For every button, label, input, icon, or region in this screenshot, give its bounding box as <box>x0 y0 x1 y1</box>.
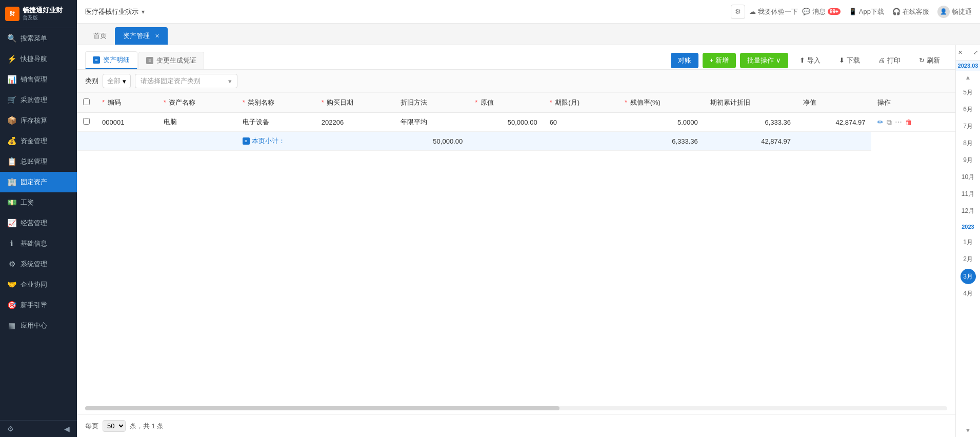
right-panel-months: 5月 6月 7月 8月 9月 10月 11月 12月 2023 1月 2月 3月… <box>956 84 980 424</box>
download-icon: ⬇ <box>839 56 845 64</box>
month-12[interactable]: 12月 <box>956 203 980 220</box>
company-dropdown-button[interactable]: ▾ <box>142 8 145 15</box>
copy-icon[interactable]: ⧉ <box>887 118 892 127</box>
row-net-value: 42,874.97 <box>797 113 871 132</box>
logo-icon: 财 <box>5 7 19 21</box>
header-code: * 编码 <box>96 93 157 113</box>
sidebar-item-basic-info[interactable]: ℹ 基础信息 <box>0 233 77 254</box>
sidebar-item-label: 总账管理 <box>21 157 47 166</box>
sidebar-item-sales[interactable]: 📊 销售管理 <box>0 69 77 90</box>
sub-tab-asset-detail[interactable]: ≡ 资产明细 <box>85 51 137 69</box>
tab-home[interactable]: 首页 <box>85 27 115 45</box>
tab-asset-label: 资产管理 <box>123 32 150 39</box>
gear-button[interactable]: ⚙ <box>731 5 745 19</box>
sidebar-item-system[interactable]: ⚙ 系统管理 <box>0 254 77 274</box>
month-6[interactable]: 6月 <box>956 101 980 118</box>
filter-category-label: 类别 <box>85 76 98 86</box>
per-page-select[interactable]: 50 <box>103 420 126 432</box>
filter-category-select[interactable]: 全部 ▾ <box>103 74 131 88</box>
month-7[interactable]: 7月 <box>956 118 980 135</box>
month-2[interactable]: 2月 <box>956 251 980 268</box>
import-icon: ⬆ <box>799 56 805 64</box>
collapse-icon[interactable]: ◀ <box>64 425 70 433</box>
delete-icon[interactable]: 🗑 <box>905 118 912 126</box>
filter-category-input[interactable]: 请选择固定资产类别 ▾ <box>135 74 237 88</box>
month-9[interactable]: 9月 <box>956 152 980 169</box>
toolbar-actions: 对账 + 新增 批量操作 ∨ ⬆ 导入 ⬇ 下载 🖨 <box>671 53 947 68</box>
header-period: * 期限(月) <box>544 93 618 113</box>
tabbar: 首页 资产管理 ✕ <box>77 24 980 45</box>
month-3-current[interactable]: 3月 <box>961 269 976 284</box>
sidebar-item-purchase[interactable]: 🛒 采购管理 <box>0 90 77 110</box>
lightning-icon: ⚡ <box>7 54 16 64</box>
sidebar-item-label: 系统管理 <box>21 260 47 269</box>
sidebar-item-label: 库存核算 <box>21 116 47 125</box>
table-scrollbar-thumb <box>85 406 559 410</box>
subtotal-original: 50,000.00 <box>394 132 469 151</box>
sidebar-item-search[interactable]: 🔍 搜索菜单 <box>0 28 77 49</box>
tab-asset-management[interactable]: 资产管理 ✕ <box>115 27 168 45</box>
subtotal-accumulated: 6,333.36 <box>618 132 704 151</box>
inventory-icon: 📦 <box>7 116 16 125</box>
month-10[interactable]: 10月 <box>956 169 980 186</box>
message-item[interactable]: 💬 消息 99+ <box>802 7 841 16</box>
month-1[interactable]: 1月 <box>956 234 980 251</box>
right-panel-expand[interactable]: ⤢ <box>973 49 978 56</box>
month-11[interactable]: 11月 <box>956 186 980 203</box>
table-scrollbar[interactable] <box>85 406 947 410</box>
duizhang-button[interactable]: 对账 <box>671 53 698 68</box>
settings-icon[interactable]: ⚙ <box>7 425 14 433</box>
month-8[interactable]: 8月 <box>956 135 980 152</box>
tab-close-icon[interactable]: ✕ <box>155 33 159 39</box>
sidebar-item-payroll[interactable]: 💵 工资 <box>0 192 77 213</box>
sidebar-item-apps[interactable]: ▦ 应用中心 <box>0 315 77 336</box>
system-icon: ⚙ <box>7 260 16 269</box>
download-button[interactable]: ⬇ 下载 <box>832 53 867 68</box>
new-button[interactable]: + 新增 <box>703 53 736 68</box>
refresh-button[interactable]: ↻ 刷新 <box>912 53 947 68</box>
year-2023-label: 2023 <box>956 220 980 234</box>
sidebar-item-funds[interactable]: 💰 资金管理 <box>0 131 77 151</box>
subtotal-net-value: 42,874.97 <box>704 132 797 151</box>
sidebar-item-operations[interactable]: 📈 经营管理 <box>0 213 77 233</box>
sub-tab-asset-detail-label: 资产明细 <box>103 55 130 65</box>
username-label: 畅捷通 <box>952 7 972 16</box>
sidebar-item-fixed-assets[interactable]: 🏢 固定资产 <box>0 172 77 192</box>
header-checkbox[interactable] <box>83 98 90 105</box>
table-row: 000001 电脑 电子设备 202206 年限平均 50,000.00 60 … <box>77 113 955 132</box>
app-download-item[interactable]: 📱 App下载 <box>849 7 884 16</box>
print-button[interactable]: 🖨 打印 <box>871 53 908 68</box>
topbar-right: 💬 消息 99+ 📱 App下载 🎧 在线客服 👤 畅捷通 <box>802 6 972 18</box>
header-method: 折旧方法 <box>394 93 469 113</box>
experience-label[interactable]: 我要体验一下 <box>758 7 798 16</box>
sidebar-item-label: 应用中心 <box>21 321 47 330</box>
sidebar-item-label: 快捷导航 <box>21 54 47 64</box>
sidebar-item-quicknav[interactable]: ⚡ 快捷导航 <box>0 49 77 69</box>
month-4[interactable]: 4月 <box>956 285 980 302</box>
user-item[interactable]: 👤 畅捷通 <box>937 6 972 18</box>
sidebar-item-ledger[interactable]: 📋 总账管理 <box>0 151 77 172</box>
month-5[interactable]: 5月 <box>956 84 980 101</box>
sidebar-item-inventory[interactable]: 📦 库存核算 <box>0 110 77 131</box>
right-panel-close[interactable]: ✕ <box>958 49 963 56</box>
row-checkbox[interactable] <box>83 118 90 125</box>
batch-label: 批量操作 <box>747 56 774 65</box>
right-panel-up-arrow[interactable]: ▲ <box>962 71 974 84</box>
sidebar-item-enterprise[interactable]: 🤝 企业协同 <box>0 274 77 295</box>
import-button[interactable]: ⬆ 导入 <box>792 53 828 68</box>
sub-tab-voucher[interactable]: ≡ 变更生成凭证 <box>138 52 204 69</box>
sidebar-item-label: 采购管理 <box>21 95 47 105</box>
sidebar-menu: 🔍 搜索菜单 ⚡ 快捷导航 📊 销售管理 🛒 采购管理 📦 库存核算 💰 资金管… <box>0 28 77 420</box>
refresh-label: 刷新 <box>927 56 940 65</box>
header-original: * 原值 <box>469 93 543 113</box>
sidebar-item-guide[interactable]: 🎯 新手引导 <box>0 295 77 315</box>
right-panel-down-arrow[interactable]: ▼ <box>962 424 974 437</box>
online-service-item[interactable]: 🎧 在线客服 <box>892 7 929 16</box>
info-icon: ℹ <box>7 239 16 248</box>
row-buy-date: 202206 <box>315 113 394 132</box>
content-area: ≡ 资产明细 ≡ 变更生成凭证 对账 + 新增 批量操作 ∨ ⬆ <box>77 45 980 437</box>
more-icon[interactable]: ⋯ <box>895 118 902 126</box>
sidebar-item-label: 固定资产 <box>21 177 47 187</box>
edit-icon[interactable]: ✏ <box>877 118 884 126</box>
batch-button[interactable]: 批量操作 ∨ <box>740 53 788 68</box>
